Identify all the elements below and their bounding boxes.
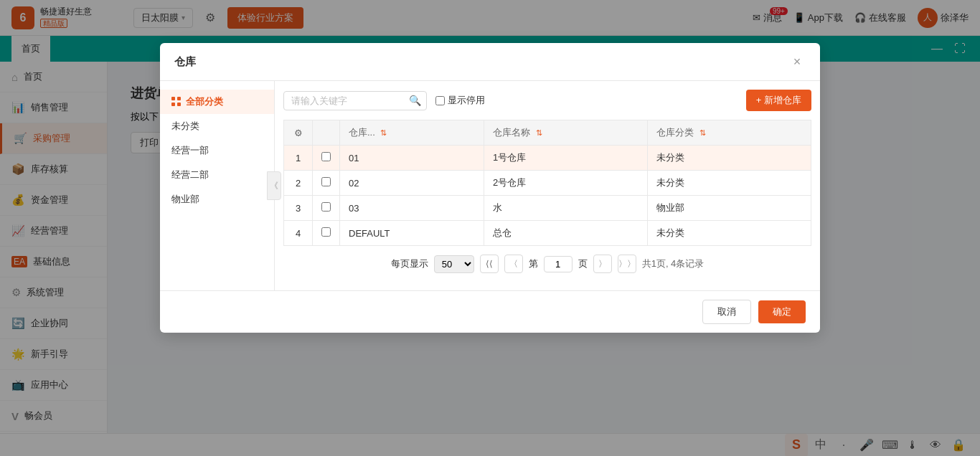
th-checkbox [313, 120, 340, 146]
show-disabled-checkbox[interactable] [435, 96, 445, 105]
row-1-code: 01 [340, 146, 484, 171]
table-scroll-area: ⚙ 仓库... ⇅ 仓库名称 ⇅ [283, 120, 811, 246]
table-row[interactable]: 2 02 2号仓库 未分类 [284, 171, 811, 196]
cancel-button[interactable]: 取消 [702, 300, 751, 324]
row-1-check[interactable] [321, 152, 331, 161]
row-2-category: 未分类 [648, 171, 811, 196]
row-4-code: DEFAULT [340, 221, 484, 246]
per-page-label: 每页显示 [391, 257, 428, 270]
category-all-label: 全部分类 [186, 95, 223, 108]
prev-page-button[interactable]: 〈 [504, 255, 523, 273]
category-item-ops2[interactable]: 经营二部 [160, 163, 274, 187]
th-name-label: 仓库名称 [493, 127, 530, 138]
page-input[interactable] [544, 256, 573, 272]
category-panel: 全部分类 未分类 经营一部 经营二部 物业部 《 [160, 81, 275, 290]
row-4-category: 未分类 [648, 221, 811, 246]
sort-icon-category: ⇅ [699, 128, 706, 137]
last-page-button[interactable]: 〉〉 [618, 255, 636, 273]
first-page-button[interactable]: ⟨⟨ [480, 255, 499, 273]
category-all[interactable]: 全部分类 [160, 90, 274, 114]
th-name[interactable]: 仓库名称 ⇅ [484, 120, 648, 146]
row-3-category: 物业部 [648, 196, 811, 221]
row-1-checkbox[interactable] [313, 146, 340, 171]
row-3-num: 3 [284, 196, 313, 221]
row-3-check[interactable] [321, 202, 331, 212]
search-icon[interactable]: 🔍 [409, 95, 421, 106]
category-item-property[interactable]: 物业部 [160, 187, 274, 212]
row-4-check[interactable] [321, 227, 331, 237]
pagination: 每页显示 50 10 20 100 ⟨⟨ 〈 第 页 〉 〉〉 共1页, 4条记… [283, 246, 811, 282]
row-2-code: 02 [340, 171, 484, 196]
table-panel: 🔍 显示停用 + 新增仓库 ⚙ [275, 81, 820, 290]
row-1-num: 1 [284, 146, 313, 171]
warehouse-table: ⚙ 仓库... ⇅ 仓库名称 ⇅ [283, 120, 811, 246]
th-code[interactable]: 仓库... ⇅ [340, 120, 484, 146]
modal-footer: 取消 确定 [160, 290, 820, 333]
grid-icon [171, 97, 182, 107]
th-code-label: 仓库... [349, 127, 375, 138]
category-item-unclassified[interactable]: 未分类 [160, 114, 274, 138]
show-disabled-checkbox-wrap[interactable]: 显示停用 [435, 94, 485, 107]
th-settings[interactable]: ⚙ [284, 120, 313, 146]
warehouse-modal: 仓库 × 全部分类 未分类 经营一部 经营二部 物业部 [160, 43, 820, 333]
table-toolbar: 🔍 显示停用 + 新增仓库 [283, 90, 811, 111]
category-item-ops1[interactable]: 经营一部 [160, 138, 274, 163]
show-disabled-label: 显示停用 [448, 94, 485, 107]
page-total: 共1页, 4条记录 [642, 257, 705, 270]
add-warehouse-button[interactable]: + 新增仓库 [746, 90, 811, 111]
modal-close-button[interactable]: × [788, 53, 806, 70]
modal-body: 全部分类 未分类 经营一部 经营二部 物业部 《 🔍 [160, 81, 820, 290]
sort-icon-name: ⇅ [536, 128, 542, 137]
modal-title: 仓库 [174, 55, 196, 69]
table-body: 1 01 1号仓库 未分类 2 02 2号仓库 [284, 146, 811, 246]
table-header-row: ⚙ 仓库... ⇅ 仓库名称 ⇅ [284, 120, 811, 146]
row-2-num: 2 [284, 171, 313, 196]
row-4-num: 4 [284, 221, 313, 246]
modal-header: 仓库 × [160, 43, 820, 81]
per-page-select[interactable]: 50 10 20 100 [434, 255, 474, 273]
row-1-name: 1号仓库 [484, 146, 648, 171]
row-2-checkbox[interactable] [313, 171, 340, 196]
row-2-name: 2号仓库 [484, 171, 648, 196]
category-collapse-button[interactable]: 《 [267, 171, 281, 200]
table-row[interactable]: 3 03 水 物业部 [284, 196, 811, 221]
next-page-button[interactable]: 〉 [593, 255, 612, 273]
table-row[interactable]: 1 01 1号仓库 未分类 [284, 146, 811, 171]
table-row[interactable]: 4 DEFAULT 总仓 未分类 [284, 221, 811, 246]
search-input[interactable] [283, 91, 427, 110]
page-label: 第 [529, 257, 538, 270]
row-3-name: 水 [484, 196, 648, 221]
th-category-label: 仓库分类 [656, 127, 694, 138]
row-4-checkbox[interactable] [313, 221, 340, 246]
row-2-check[interactable] [321, 177, 331, 186]
row-1-category: 未分类 [648, 146, 811, 171]
modal-overlay: 仓库 × 全部分类 未分类 经营一部 经营二部 物业部 [0, 0, 980, 456]
sort-icon-code: ⇅ [380, 128, 387, 137]
page-unit: 页 [578, 257, 588, 270]
table-head: ⚙ 仓库... ⇅ 仓库名称 ⇅ [284, 120, 811, 146]
search-wrap: 🔍 [283, 91, 427, 110]
th-category[interactable]: 仓库分类 ⇅ [648, 120, 811, 146]
row-3-checkbox[interactable] [313, 196, 340, 221]
confirm-button[interactable]: 确定 [758, 300, 806, 323]
row-4-name: 总仓 [484, 221, 648, 246]
row-3-code: 03 [340, 196, 484, 221]
